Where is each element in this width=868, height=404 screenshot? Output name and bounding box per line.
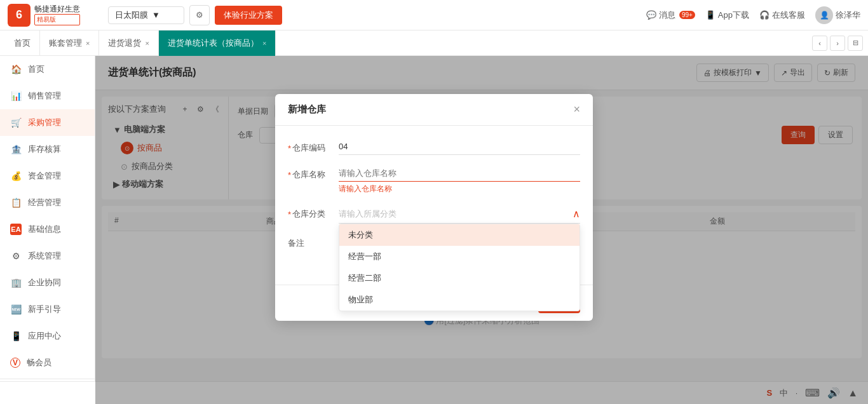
form-row-code: * 仓库编码: [288, 138, 580, 155]
logo-area: 6 畅捷通好生意 精易版: [8, 4, 103, 27]
sidebar-item-sales[interactable]: 📊 销售管理: [0, 83, 95, 109]
modal-title: 新增仓库: [288, 104, 326, 116]
message-icon: 💬: [646, 10, 656, 20]
sales-icon: 📊: [10, 90, 22, 102]
new-warehouse-modal: 新增仓库 × * 仓库编码: [275, 94, 593, 321]
name-input[interactable]: [339, 165, 580, 182]
name-label: * 仓库名称: [288, 165, 339, 180]
tab-scroll-left[interactable]: ‹: [812, 36, 827, 51]
tab-bar: 首页 账套管理 × 进货退货 × 进货单统计表（按商品） × ‹ › ⊟: [0, 30, 868, 56]
code-label: * 仓库编码: [288, 138, 339, 154]
settings-icon[interactable]: ⚙: [189, 5, 210, 25]
note-label: 备注: [288, 234, 339, 249]
messages-button[interactable]: 💬 消息 99+: [646, 10, 695, 21]
trial-button[interactable]: 体验行业方案: [215, 6, 282, 25]
sidebar-item-newuser[interactable]: 🆕 新手引导: [0, 296, 95, 323]
modal-header: 新增仓库 ×: [275, 94, 593, 126]
app-download-button[interactable]: 📱 App下载: [705, 10, 749, 21]
sidebar-item-apps[interactable]: 📱 应用中心: [0, 323, 95, 349]
sidebar-item-basics[interactable]: EA 基础信息: [0, 216, 95, 243]
tab-account-mgmt[interactable]: 账套管理 ×: [40, 30, 99, 56]
sidebar-item-inventory[interactable]: 🏦 库存核算: [0, 136, 95, 163]
phone-icon: 📱: [705, 10, 715, 20]
user-profile[interactable]: 👤 徐泽华: [815, 6, 860, 24]
main-layout: 🏠 首页 📊 销售管理 🛒 采购管理 🏦 库存核算 💰 资金管理 📋 经营管理 …: [0, 56, 868, 404]
select-arrow-icon: ∧: [573, 208, 580, 220]
store-selector[interactable]: 日太阳膜 ▼: [108, 6, 184, 24]
purchase-icon: 🛒: [10, 117, 22, 128]
category-label: * 仓库分类: [288, 205, 339, 220]
tab-close-icon[interactable]: ×: [262, 39, 266, 47]
app-logo: 6: [8, 4, 31, 27]
brand-name: 畅捷通好生意: [34, 4, 80, 15]
chevron-down-icon: ▼: [152, 10, 160, 20]
headset-icon: 🎧: [759, 10, 770, 20]
avatar: 👤: [815, 6, 833, 24]
store-name: 日太阳膜: [115, 10, 148, 21]
tab-close-icon[interactable]: ×: [145, 39, 149, 47]
tab-close-icon[interactable]: ×: [86, 39, 90, 47]
sidebar-item-finance[interactable]: 💰 资金管理: [0, 163, 95, 189]
tab-purchase-return[interactable]: 进货退货 ×: [99, 30, 158, 56]
messages-badge: 99+: [679, 11, 695, 19]
header-right: 💬 消息 99+ 📱 App下载 🎧 在线客服 👤 徐泽华: [646, 6, 860, 24]
tab-menu[interactable]: ⊟: [848, 36, 863, 51]
sidebar: 🏠 首页 📊 销售管理 🛒 采购管理 🏦 库存核算 💰 资金管理 📋 经营管理 …: [0, 56, 95, 404]
sidebar-item-purchase[interactable]: 🛒 采购管理: [0, 109, 95, 136]
name-error-msg: 请输入仓库名称: [339, 184, 580, 194]
name-field: 请输入仓库名称: [339, 165, 580, 194]
apps-icon: 📱: [10, 330, 22, 342]
operations-icon: 📋: [10, 197, 22, 208]
system-icon: ⚙: [10, 250, 22, 262]
sidebar-item-enterprise[interactable]: 🏢 企业协同: [0, 269, 95, 296]
modal-overlay: 新增仓库 × * 仓库编码: [95, 56, 868, 404]
dropdown-item-property[interactable]: 物业部: [339, 289, 580, 311]
basics-icon: EA: [10, 224, 22, 235]
form-row-category: * 仓库分类 请输入所属分类 ∧ 未分类 经营一部: [288, 205, 580, 224]
dropdown-item-uncategorized[interactable]: 未分类: [339, 224, 580, 246]
content-area: 进货单统计(按商品) 🖨 按模板打印 ▼ ↗ 导出 ↻ 刷新: [95, 56, 868, 404]
top-header: 6 畅捷通好生意 精易版 日太阳膜 ▼ ⚙ 体验行业方案 💬 消息 99+ 📱 …: [0, 0, 868, 30]
member-icon: V: [10, 358, 20, 368]
code-field: [339, 138, 580, 155]
modal-body: * 仓库编码 * 仓库名称: [275, 126, 593, 285]
enterprise-icon: 🏢: [10, 277, 22, 288]
category-select[interactable]: 请输入所属分类 ∧: [339, 205, 580, 224]
tab-home[interactable]: 首页: [5, 30, 40, 56]
newuser-icon: 🆕: [10, 304, 22, 315]
tab-purchase-stats[interactable]: 进货单统计表（按商品） ×: [159, 30, 276, 56]
brand-badge: 精易版: [34, 14, 80, 25]
sidebar-item-member[interactable]: V 畅会员: [0, 349, 95, 376]
sidebar-item-system[interactable]: ⚙ 系统管理: [0, 243, 95, 269]
tab-controls: ‹ › ⊟: [812, 36, 863, 51]
dropdown-item-dept2[interactable]: 经营二部: [339, 267, 580, 289]
category-field: 请输入所属分类 ∧ 未分类 经营一部 经营二部 物业部: [339, 205, 580, 224]
tab-scroll-right[interactable]: ›: [830, 36, 845, 51]
modal-close-button[interactable]: ×: [573, 103, 580, 116]
dropdown-item-dept1[interactable]: 经营一部: [339, 246, 580, 267]
online-service-button[interactable]: 🎧 在线客服: [759, 10, 805, 21]
code-input[interactable]: [339, 138, 580, 155]
finance-icon: 💰: [10, 170, 22, 182]
sidebar-item-operations[interactable]: 📋 经营管理: [0, 189, 95, 216]
inventory-icon: 🏦: [10, 144, 22, 155]
category-dropdown: 未分类 经营一部 经营二部 物业部: [339, 224, 580, 311]
sidebar-item-home[interactable]: 🏠 首页: [0, 56, 95, 83]
home-icon: 🏠: [10, 64, 22, 75]
form-row-name: * 仓库名称 请输入仓库名称: [288, 165, 580, 194]
